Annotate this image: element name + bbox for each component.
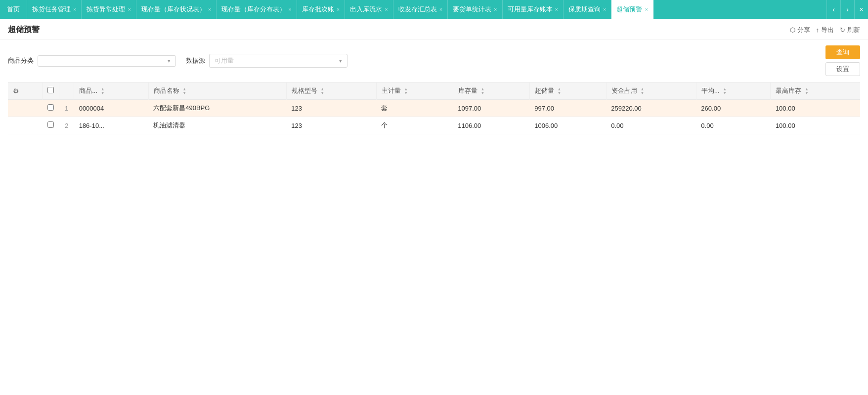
row-overflow: 997.00	[529, 100, 606, 117]
filter-buttons: 查询 设置	[825, 45, 860, 76]
close-tab1-icon[interactable]: ×	[73, 6, 76, 12]
row-goods-name: 机油滤清器	[148, 117, 286, 134]
export-button[interactable]: ↑ 导出	[816, 26, 834, 35]
row-capital: 0.00	[606, 117, 696, 134]
col-goods-name-header[interactable]: 商品名称 ▲▼	[148, 82, 286, 100]
refresh-button[interactable]: ↻ 刷新	[840, 26, 860, 35]
col-settings-header[interactable]: ⚙	[8, 82, 43, 100]
category-label: 商品分类	[8, 56, 34, 65]
col-max-stock-header[interactable]: 最高库存 ▲▼	[771, 82, 860, 100]
category-filter-group: 商品分类 ▾	[8, 55, 176, 67]
table-body: 1 0000004 六配套新昌490BPG 123 套 1097.00 997.…	[8, 100, 860, 134]
tab-tab10[interactable]: 保质期查询 ×	[564, 0, 611, 19]
spec-sort-icon: ▲▼	[320, 87, 324, 95]
category-select[interactable]: ▾	[38, 55, 176, 67]
row-goods-code: 186-10...	[74, 117, 149, 134]
max-stock-sort-icon: ▲▼	[805, 87, 809, 95]
close-tab10-icon[interactable]: ×	[603, 6, 606, 12]
category-select-arrow-icon: ▾	[168, 58, 171, 64]
goods-code-sort-icon: ▲▼	[101, 87, 105, 95]
row-checkbox[interactable]	[47, 104, 54, 111]
row-checkbox-cell[interactable]	[43, 117, 59, 134]
col-overflow-header[interactable]: 超储量 ▲▼	[529, 82, 606, 100]
data-table: ⚙ 商品... ▲▼ 商品名称 ▲▼ 规格型号 ▲▼	[8, 82, 860, 134]
overflow-sort-icon: ▲▼	[557, 87, 561, 95]
datasource-select-arrow-icon: ▾	[339, 58, 342, 64]
tab-tab5[interactable]: 库存批次账 ×	[297, 0, 345, 19]
header-actions: ⬡ 分享 ↑ 导出 ↻ 刷新	[790, 26, 861, 35]
table-row: 1 0000004 六配套新昌490BPG 123 套 1097.00 997.…	[8, 100, 860, 117]
close-tab4-icon[interactable]: ×	[288, 6, 291, 12]
tab-tab11[interactable]: 超储预警 ×	[611, 0, 653, 19]
row-unit: 套	[376, 100, 453, 117]
col-checkbox-header[interactable]	[43, 82, 59, 100]
tab-tab8[interactable]: 要货单统计表 ×	[448, 0, 502, 19]
export-icon: ↑	[816, 26, 820, 34]
row-checkbox[interactable]	[47, 121, 54, 128]
nav-arrow-right[interactable]: ›	[840, 0, 854, 19]
share-icon: ⬡	[790, 26, 795, 34]
row-goods-code: 0000004	[74, 100, 149, 117]
row-overflow: 1006.00	[529, 117, 606, 134]
close-tab3-icon[interactable]: ×	[208, 6, 211, 12]
page-header: 超储预警 ⬡ 分享 ↑ 导出 ↻ 刷新	[0, 19, 868, 40]
col-goods-code-header[interactable]: 商品... ▲▼	[74, 82, 149, 100]
row-action-cell	[8, 100, 43, 117]
tab-tab1[interactable]: 拣货任务管理 ×	[27, 0, 82, 19]
page-title: 超储预警	[8, 25, 40, 35]
tab-tab6[interactable]: 出入库流水 ×	[345, 0, 393, 19]
col-avg-header[interactable]: 平均... ▲▼	[696, 82, 771, 100]
row-stock: 1106.00	[453, 117, 529, 134]
close-tab8-icon[interactable]: ×	[494, 6, 497, 12]
row-capital: 259220.00	[606, 100, 696, 117]
row-unit: 个	[376, 117, 453, 134]
close-tab2-icon[interactable]: ×	[128, 6, 130, 12]
close-tab11-icon[interactable]: ×	[645, 6, 648, 12]
select-all-checkbox[interactable]	[47, 87, 54, 93]
col-capital-header[interactable]: 资金占用 ▲▼	[606, 82, 696, 100]
table-row: 2 186-10... 机油滤清器 123 个 1106.00 1006.00 …	[8, 117, 860, 134]
tab-tab9[interactable]: 可用量库存账本 ×	[503, 0, 564, 19]
row-avg: 260.00	[696, 100, 771, 117]
nav-arrow-left[interactable]: ‹	[826, 0, 840, 19]
share-button[interactable]: ⬡ 分享	[790, 26, 810, 35]
col-index-header	[59, 82, 74, 100]
tab-tab2[interactable]: 拣货异常处理 ×	[82, 0, 136, 19]
avg-sort-icon: ▲▼	[723, 87, 727, 95]
datasource-label: 数据源	[186, 56, 205, 65]
row-stock: 1097.00	[453, 100, 529, 117]
refresh-icon: ↻	[840, 26, 845, 34]
settings-button[interactable]: 设置	[825, 62, 860, 76]
row-index: 2	[59, 117, 74, 134]
close-tab7-icon[interactable]: ×	[439, 6, 442, 12]
row-checkbox-cell[interactable]	[43, 100, 59, 117]
table-header-row: ⚙ 商品... ▲▼ 商品名称 ▲▼ 规格型号 ▲▼	[8, 82, 860, 100]
row-spec: 123	[286, 100, 376, 117]
query-button[interactable]: 查询	[825, 45, 860, 59]
nav-arrows: ‹ › ×	[826, 0, 868, 19]
close-tab9-icon[interactable]: ×	[555, 6, 558, 12]
nav-home[interactable]: 首页	[0, 0, 27, 19]
datasource-select[interactable]: 可用量 ▾	[209, 54, 347, 68]
tab-tab7[interactable]: 收发存汇总表 ×	[393, 0, 448, 19]
row-max-stock: 100.00	[771, 100, 860, 117]
row-max-stock: 100.00	[771, 117, 860, 134]
close-tab5-icon[interactable]: ×	[337, 6, 340, 12]
settings-gear-icon[interactable]: ⚙	[13, 87, 19, 95]
col-unit-header[interactable]: 主计量 ▲▼	[376, 82, 453, 100]
capital-sort-icon: ▲▼	[640, 87, 644, 95]
nav-arrow-more[interactable]: ×	[854, 0, 868, 19]
nav-bar: 首页 拣货任务管理 × 拣货异常处理 × 现存量（库存状况表） × 现存量（库存…	[0, 0, 868, 19]
unit-sort-icon: ▲▼	[404, 87, 408, 95]
row-goods-name: 六配套新昌490BPG	[148, 100, 286, 117]
close-tab6-icon[interactable]: ×	[385, 6, 388, 12]
row-index: 1	[59, 100, 74, 117]
table-container: ⚙ 商品... ▲▼ 商品名称 ▲▼ 规格型号 ▲▼	[0, 82, 868, 134]
filter-area: 商品分类 ▾ 数据源 可用量 ▾ 查询 设置	[0, 40, 868, 82]
col-spec-header[interactable]: 规格型号 ▲▼	[286, 82, 376, 100]
tab-tab4[interactable]: 现存量（库存分布表） ×	[217, 0, 297, 19]
row-spec: 123	[286, 117, 376, 134]
col-stock-header[interactable]: 库存量 ▲▼	[453, 82, 529, 100]
tab-tab3[interactable]: 现存量（库存状况表） ×	[136, 0, 217, 19]
row-avg: 0.00	[696, 117, 771, 134]
